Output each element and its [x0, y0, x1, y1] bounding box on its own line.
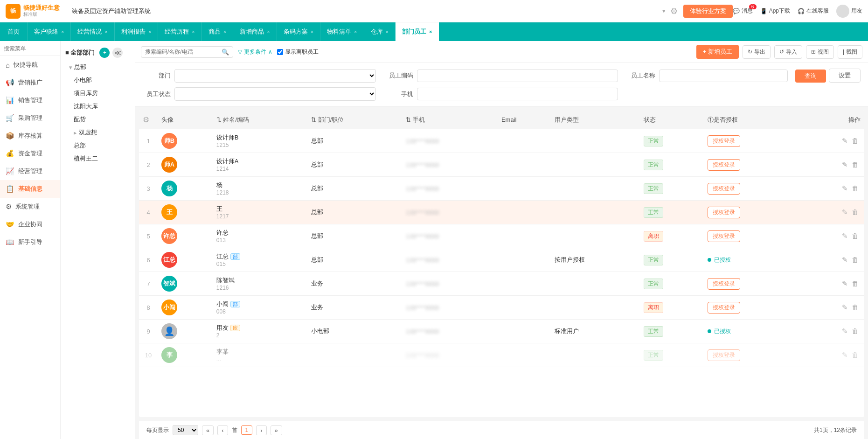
auth-btn[interactable]: 授权登录: [708, 230, 740, 242]
dept-item-project[interactable]: 项目库房: [61, 87, 135, 100]
trial-btn[interactable]: 体验行业方案: [683, 5, 733, 18]
more-filter-btn[interactable]: ▽ 更多条件 ∧: [238, 48, 272, 56]
sidebar-item-quick-nav[interactable]: ⌂ 快捷导航: [0, 56, 60, 74]
tab-goods[interactable]: 商品 ×: [202, 22, 233, 41]
edit-btn[interactable]: ✎: [840, 160, 850, 170]
sidebar-item-finance[interactable]: 💰 资金管理: [0, 145, 60, 162]
close-icon[interactable]: ×: [354, 29, 357, 35]
sidebar-item-inventory[interactable]: 📦 库存核算: [0, 127, 60, 145]
dropdown-arrow[interactable]: ▾: [662, 7, 666, 14]
delete-btn[interactable]: 🗑: [850, 302, 861, 312]
col-dept[interactable]: ⇅ 部门/职位: [307, 111, 402, 129]
next-page-btn[interactable]: ›: [256, 425, 266, 435]
auth-btn[interactable]: 授权登录: [708, 207, 740, 218]
dept-item-zhishu[interactable]: 植树王二: [61, 152, 135, 165]
sidebar-search-input[interactable]: [4, 45, 61, 52]
close-icon[interactable]: ×: [223, 29, 226, 35]
phone-input[interactable]: [417, 88, 618, 100]
dept-item-peihuo[interactable]: 配货: [61, 113, 135, 126]
current-page[interactable]: 1: [241, 425, 253, 435]
first-page-btn[interactable]: «: [202, 425, 214, 435]
collapse-dept-btn[interactable]: ≪: [112, 48, 123, 58]
close-icon[interactable]: ×: [429, 29, 432, 35]
edit-btn[interactable]: ✎: [840, 279, 850, 289]
view-btn[interactable]: ⊞ 视图: [806, 45, 834, 59]
delete-btn[interactable]: 🗑: [850, 279, 861, 288]
sidebar-item-business[interactable]: 📈 经营管理: [0, 162, 60, 180]
tab-operation[interactable]: 经营情况 ×: [71, 22, 114, 41]
edit-btn[interactable]: ✎: [840, 136, 850, 146]
search-btn[interactable]: 查询: [795, 70, 826, 83]
settings-gear-icon[interactable]: ⚙: [670, 6, 678, 16]
dept-item-shuangxiang[interactable]: ▸ 双虚想: [61, 126, 135, 139]
message-btn[interactable]: 💬 消息 6: [733, 7, 753, 15]
tab-warehouse[interactable]: 仓库 ×: [364, 22, 396, 41]
add-employee-btn[interactable]: + 新增员工: [696, 45, 739, 59]
delete-btn[interactable]: 🗑: [850, 350, 861, 360]
delete-btn[interactable]: 🗑: [850, 207, 861, 217]
auth-btn[interactable]: 授权登录: [708, 135, 740, 147]
screenshot-btn[interactable]: | 截图: [838, 45, 862, 59]
add-dept-btn[interactable]: +: [99, 48, 110, 58]
tab-add-goods[interactable]: 新增商品 ×: [233, 22, 277, 41]
dept-item-zongbu-parent[interactable]: ▾ 总部: [61, 61, 135, 74]
delete-btn[interactable]: 🗑: [850, 255, 861, 265]
close-icon[interactable]: ×: [192, 29, 194, 35]
tab-bom[interactable]: 物料清单 ×: [320, 22, 364, 41]
edit-btn[interactable]: ✎: [840, 231, 850, 241]
empcode-input[interactable]: [417, 70, 618, 82]
close-icon[interactable]: ×: [61, 29, 64, 35]
col-settings[interactable]: ⚙: [139, 111, 158, 129]
auth-btn[interactable]: 授权登录: [708, 183, 740, 195]
sidebar-item-system[interactable]: ⚙ 系统管理: [0, 198, 60, 216]
sidebar-item-basic-info[interactable]: 📋 基础信息: [0, 180, 60, 198]
user-menu-btn[interactable]: 用友: [836, 5, 862, 18]
tab-history[interactable]: 经营历程 ×: [158, 22, 201, 41]
auth-btn[interactable]: 授权登录: [708, 302, 740, 314]
empname-input[interactable]: [659, 70, 788, 82]
last-page-btn[interactable]: »: [271, 425, 282, 435]
tab-barcode[interactable]: 条码方案 ×: [277, 22, 320, 41]
show-resigned-checkbox[interactable]: 显示离职员工: [277, 48, 319, 56]
delete-btn[interactable]: 🗑: [850, 183, 861, 193]
sidebar-item-sales[interactable]: 📊 销售管理: [0, 91, 60, 109]
col-name[interactable]: ⇅ 姓名/编码: [213, 111, 307, 129]
prev-page-btn[interactable]: ‹: [217, 425, 228, 435]
online-support-btn[interactable]: 🎧 在线客服: [798, 7, 829, 15]
empstatus-select[interactable]: [174, 87, 376, 101]
sidebar-item-purchase[interactable]: 🛒 采购管理: [0, 109, 60, 127]
close-icon[interactable]: ×: [386, 29, 389, 35]
delete-btn[interactable]: 🗑: [850, 160, 861, 169]
dept-item-xd[interactable]: 小电部: [61, 74, 135, 87]
app-download-btn[interactable]: 📱 App下载: [760, 7, 790, 15]
sidebar-item-guide[interactable]: 📖 新手引导: [0, 233, 60, 251]
sidebar-item-collab[interactable]: 🤝 企业协同: [0, 216, 60, 233]
show-resigned-input[interactable]: [277, 49, 283, 55]
tab-department[interactable]: 部门员工 ×: [396, 22, 439, 41]
search-input[interactable]: [145, 49, 220, 55]
auth-btn[interactable]: 授权登录: [708, 159, 740, 171]
import-btn[interactable]: ↺ 导入: [774, 45, 802, 59]
delete-btn[interactable]: 🗑: [850, 231, 861, 241]
tab-customer[interactable]: 客户联络 ×: [28, 22, 71, 41]
dept-item-shenyang[interactable]: 沈阳大库: [61, 100, 135, 113]
edit-btn[interactable]: ✎: [840, 326, 850, 336]
column-settings-icon[interactable]: ⚙: [143, 116, 149, 124]
close-icon[interactable]: ×: [267, 29, 270, 35]
export-btn[interactable]: ↻ 导出: [743, 45, 771, 59]
auth-btn[interactable]: 授权登录: [708, 278, 740, 290]
dept-select[interactable]: [174, 69, 376, 83]
edit-btn[interactable]: ✎: [840, 350, 850, 360]
edit-btn[interactable]: ✎: [840, 302, 850, 313]
edit-btn[interactable]: ✎: [840, 207, 850, 217]
delete-btn[interactable]: 🗑: [850, 326, 861, 336]
col-phone[interactable]: ⇅ 手机: [402, 111, 498, 129]
tab-home[interactable]: 首页: [0, 22, 28, 41]
auth-btn[interactable]: 授权登录: [708, 349, 740, 361]
dept-item-zongbu[interactable]: 总部: [61, 139, 135, 152]
close-icon[interactable]: ×: [104, 29, 107, 35]
sidebar-item-marketing[interactable]: 📢 营销推广: [0, 74, 60, 91]
edit-btn[interactable]: ✎: [840, 183, 850, 194]
close-icon[interactable]: ×: [148, 29, 151, 35]
delete-btn[interactable]: 🗑: [850, 136, 861, 146]
